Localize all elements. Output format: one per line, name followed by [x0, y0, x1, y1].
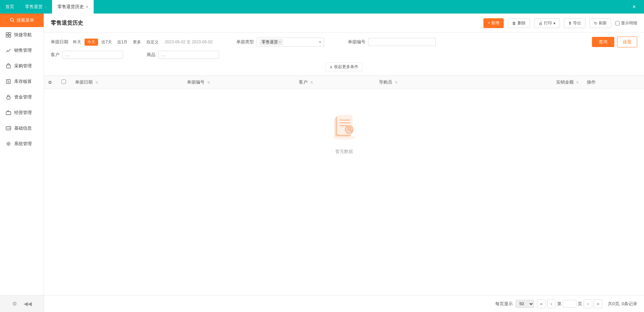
col-action-label: 操作 [587, 80, 596, 85]
svg-rect-13 [6, 112, 11, 115]
refresh-icon: ↻ [594, 21, 597, 26]
svg-point-16 [9, 128, 10, 129]
page-input: 第 1 页 [557, 300, 582, 308]
page-number-input[interactable]: 1 [563, 300, 576, 308]
page-size-select[interactable]: 50 100 200 [516, 300, 534, 308]
voucher-type-select[interactable]: 零售退货 × ▾ [257, 38, 324, 47]
search-icon [10, 18, 15, 23]
sidebar-item-operation-mgmt[interactable]: 经营管理 [0, 105, 44, 120]
sidebar-item-finance-mgmt[interactable]: 资金管理 [0, 89, 44, 105]
date-btn-yesterday[interactable]: 昨天 [71, 39, 83, 46]
briefcase-icon [5, 110, 11, 116]
col-settings[interactable]: ⚙ [44, 76, 57, 89]
table-wrap: ⚙ 单据日期 ⇅ 单据编号 ⇅ [44, 76, 644, 295]
sidebar-item-sales-mgmt[interactable]: 销售管理 [0, 43, 44, 58]
customer-input[interactable] [62, 51, 123, 59]
show-detail-checkbox[interactable] [615, 21, 620, 25]
voucher-type-arrow-icon: ▾ [319, 40, 321, 44]
page-prev-button[interactable]: ‹ [547, 299, 556, 308]
refresh-label: 刷新 [599, 20, 607, 26]
setting-button[interactable]: 设置 [617, 37, 637, 47]
sort-amount-icon[interactable]: ⇅ [576, 81, 579, 84]
date-range-display: 2023-06-02 至 2023-06-02 [165, 39, 212, 45]
date-btn-custom[interactable]: 自定义 [144, 39, 161, 46]
close-tab-retail-return[interactable]: × [45, 5, 47, 9]
delete-button[interactable]: 🗑 删除 [508, 18, 530, 28]
close-tab-retail-return-history[interactable]: × [86, 5, 88, 9]
filter-customer: 客户 [51, 51, 123, 59]
svg-rect-2 [6, 32, 8, 35]
col-no-label: 单据编号 [187, 80, 205, 85]
pagination: 每页显示 50 100 200 « ‹ 第 1 页 › » 共0页, 0条记录 [44, 295, 644, 312]
print-icon: 🖨 [539, 21, 543, 26]
sidebar-item-label: 资金管理 [14, 94, 32, 100]
sidebar-item-quick-nav[interactable]: 快捷导航 [0, 27, 44, 43]
print-label: 打印 [544, 20, 552, 26]
voucher-no-input[interactable] [368, 38, 436, 46]
volume-bottom-icon[interactable]: ◀◀ [24, 300, 32, 307]
col-action: 操作 [583, 76, 644, 89]
filter-row-2: 客户 商品 [51, 51, 637, 59]
sidebar-item-purchase-mgmt[interactable]: 采购管理 [0, 58, 44, 74]
page-last-button[interactable]: » [594, 299, 602, 308]
col-date-label: 单据日期 [75, 80, 93, 85]
sidebar-item-system-mgmt[interactable]: 系统管理 [0, 136, 44, 152]
page-next-button[interactable]: › [583, 299, 592, 308]
query-button[interactable]: 查询 [592, 37, 614, 47]
page-unit: 页 [578, 301, 582, 307]
sidebar-nav: 快捷导航 销售管理 采购管理 库存核算 [0, 27, 44, 295]
page-size-label: 每页显示 [495, 301, 513, 307]
sort-date-icon[interactable]: ⇅ [95, 81, 98, 84]
delete-label: 删除 [518, 20, 526, 26]
date-buttons: 昨天 今天 近7天 近1月 更多 自定义 [71, 39, 161, 46]
date-btn-7days[interactable]: 近7天 [99, 39, 114, 46]
goods-input[interactable] [158, 51, 219, 59]
window-close-button[interactable]: × [629, 3, 639, 10]
voucher-no-label: 单据编号 [348, 39, 365, 45]
tab-retail-return-history[interactable]: 零售退货历史 × [52, 0, 93, 14]
bag-icon [5, 63, 11, 69]
export-icon: ⬆ [568, 21, 572, 26]
refresh-button[interactable]: ↻ 刷新 [590, 18, 611, 28]
sidebar-item-label: 采购管理 [14, 63, 32, 69]
filter-area: 单据日期 昨天 今天 近7天 近1月 更多 自定义 2023-06-02 至 2… [44, 32, 644, 76]
tab-home-label: 首页 [5, 4, 14, 10]
customer-label: 客户 [51, 52, 59, 58]
date-btn-1month[interactable]: 近1月 [115, 39, 130, 46]
tab-home[interactable]: 首页 [0, 0, 20, 14]
table-settings-icon[interactable]: ⚙ [48, 80, 52, 85]
svg-point-17 [8, 143, 9, 145]
page-title: 零售退货历史 [51, 20, 83, 27]
sidebar-item-label: 经营管理 [14, 110, 32, 116]
date-btn-more[interactable]: 更多 [131, 39, 143, 46]
sidebar-item-inventory-calc[interactable]: 库存核算 [0, 74, 44, 89]
page-first-button[interactable]: « [537, 299, 546, 308]
svg-rect-5 [9, 35, 11, 37]
sort-customer-icon[interactable]: ⇅ [310, 81, 313, 84]
voucher-type-tag: 零售退货 × [260, 39, 283, 45]
export-button[interactable]: ⬆ 导出 [564, 18, 586, 28]
sidebar-item-basic-info[interactable]: 基础信息 [0, 120, 44, 136]
page-title-row: 零售退货历史 + 新增 🗑 删除 🖨 打印 ▾ ⬆ 导出 [51, 18, 637, 28]
col-customer-label: 客户 [299, 80, 308, 85]
show-detail-checkbox-label[interactable]: 显示明细 [615, 20, 637, 26]
export-label: 导出 [573, 20, 581, 26]
grid-icon [5, 32, 11, 38]
select-all-checkbox[interactable] [62, 80, 66, 84]
collapse-button[interactable]: ∧ 收起更多条件 [325, 62, 363, 71]
settings-bottom-icon[interactable]: ⚙ [12, 300, 17, 307]
content-area: 零售退货历史 + 新增 🗑 删除 🖨 打印 ▾ ⬆ 导出 [44, 14, 644, 312]
empty-state: 暂无数据 [44, 89, 644, 175]
col-checkbox[interactable] [57, 76, 71, 89]
tab-retail-return[interactable]: 零售退货 × [20, 0, 52, 14]
add-button[interactable]: + 新增 [483, 18, 504, 28]
print-button[interactable]: 🖨 打印 ▾ [534, 18, 560, 28]
sort-guide-icon[interactable]: ⇅ [395, 81, 398, 84]
sidebar-search-button[interactable]: 搜索菜单 [0, 14, 44, 27]
sidebar-item-label: 快捷导航 [14, 32, 32, 38]
page-total: 共0页, 0条记录 [608, 301, 637, 307]
date-btn-today[interactable]: 今天 [85, 39, 98, 46]
voucher-type-tag-close[interactable]: × [279, 40, 281, 44]
sort-no-icon[interactable]: ⇅ [207, 81, 210, 84]
col-amount: 实销金额 ⇅ [471, 76, 583, 89]
